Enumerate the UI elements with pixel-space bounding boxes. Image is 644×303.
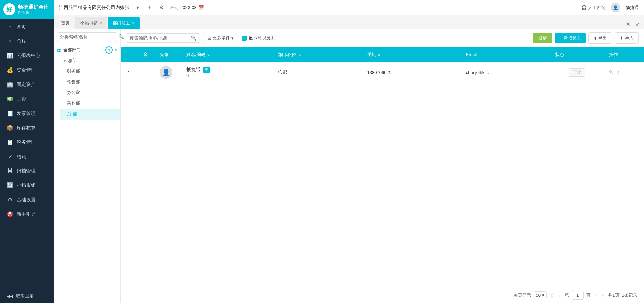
- logo-texts: 畅捷通好会计 旗舰版: [18, 4, 48, 15]
- cell-email: chanjethkj...: [461, 62, 550, 83]
- sidebar-item-home[interactable]: ⌂ 首页: [0, 20, 54, 34]
- import-label: 导入: [625, 35, 634, 41]
- dept-panel: 🔍 ▦ 全部部门 ✎ « ▾ 总部 财务部 销售部: [54, 29, 121, 303]
- sidebar-item-asset[interactable]: 🏢 固定资产: [0, 77, 54, 92]
- logout-button[interactable]: ⎋: [617, 70, 620, 75]
- import-button[interactable]: ⬇ 导入: [615, 32, 639, 44]
- tab-dept-close[interactable]: ×: [132, 21, 135, 26]
- col-dept[interactable]: 部门/职位 ⇅: [272, 47, 362, 62]
- sidebar-item-settings[interactable]: ⚙ 基础设置: [0, 192, 54, 207]
- export-button[interactable]: ⬆ 导出: [588, 32, 612, 44]
- cell-phone: 13807060 2...: [362, 62, 461, 83]
- next-page-button[interactable]: ›: [593, 292, 598, 299]
- chevron-down-icon: ▾: [231, 36, 234, 41]
- employee-table-container: ⚙ 头像 姓名/编码 ⇅ 部门/职位 ⇅: [121, 47, 644, 287]
- tab-dept[interactable]: 部门员工 ×: [108, 17, 140, 29]
- first-page-button[interactable]: ⟪: [549, 292, 555, 299]
- tab-home[interactable]: 首页: [56, 17, 74, 29]
- sidebar-item-settle[interactable]: ✓ 结账: [0, 149, 54, 164]
- dept-office-label: 办公室: [67, 90, 80, 95]
- username: 畅捷通: [626, 5, 639, 11]
- content-area: 🔍 ▦ 全部部门 ✎ « ▾ 总部 财务部 销售部: [54, 29, 644, 303]
- dept-parent-label: 总部: [68, 58, 77, 64]
- sidebar-item-guide[interactable]: 🎯 新手引导: [0, 207, 54, 221]
- cell-settings: [138, 62, 154, 83]
- dept-edit-badge[interactable]: ✎: [105, 46, 113, 54]
- col-settings[interactable]: ⚙: [138, 47, 154, 62]
- home-icon: ⌂: [7, 24, 13, 30]
- export-label: 导出: [598, 35, 607, 41]
- logo-area: 好 畅捷通好会计 旗舰版: [0, 0, 54, 19]
- prev-page-button[interactable]: ‹: [557, 292, 562, 299]
- last-page-button[interactable]: ⟫: [600, 292, 605, 299]
- expand-icon: ▾: [64, 58, 66, 63]
- cancel-fix-button[interactable]: ◀◀ 取消固定: [0, 289, 54, 303]
- employee-panel: 🔍 ⊟ 更多条件 ▾ ✓ 显示离职员工 邀请 + 新增员工: [121, 29, 644, 303]
- sidebar-item-ledger[interactable]: ≡ 总账: [0, 34, 54, 48]
- col-seq: [121, 47, 138, 62]
- sidebar-item-label: 发票管理: [17, 111, 36, 117]
- sidebar-item-fund[interactable]: 💰 资金管理: [0, 63, 54, 77]
- all-dept-header[interactable]: ▦ 全部部门 ✎ «: [54, 44, 120, 56]
- dept-item-office[interactable]: 办公室: [60, 87, 120, 98]
- sidebar-item-tax[interactable]: 📋 税务管理: [0, 135, 54, 149]
- grid-icon: ▦: [57, 47, 61, 53]
- pagination: 每页显示 50 ▾ ⟪ ‹ 第 页 › ⟫ 共1页, 1条记录: [121, 287, 644, 303]
- employee-avatar: 👤: [160, 66, 172, 79]
- dept-tree: ▾ 总部 财务部 销售部 办公室 采购部 总 部: [54, 56, 120, 120]
- sidebar: 好 畅捷通好会计 旗舰版 ⌂ 首页 ≡ 总账 📊 云报表中心 💰 资金管理 🏢 …: [0, 0, 54, 303]
- page-number-input[interactable]: [572, 291, 584, 300]
- employee-table: ⚙ 头像 姓名/编码 ⇅ 部门/职位 ⇅: [121, 47, 644, 83]
- sidebar-item-label: 库存核算: [17, 125, 36, 131]
- sidebar-item-archive[interactable]: 🗄 归档管理: [0, 164, 54, 178]
- show-resigned-toggle[interactable]: ✓ 显示离职员工: [241, 35, 275, 41]
- topbar-settings-button[interactable]: ⚙: [158, 4, 166, 12]
- fullscreen-button[interactable]: ⤢: [634, 19, 641, 29]
- col-name[interactable]: 姓名/编码 ⇅: [181, 47, 272, 62]
- invite-button[interactable]: 邀请: [533, 33, 552, 43]
- dept-search-box[interactable]: 🔍: [57, 32, 117, 41]
- sidebar-item-payroll[interactable]: 💵 工资: [0, 92, 54, 106]
- tab-home-label: 首页: [61, 20, 70, 26]
- cell-dept: 总 部: [272, 62, 362, 83]
- calendar-icon[interactable]: 📅: [199, 5, 204, 10]
- page-size-select[interactable]: 50 ▾: [534, 291, 547, 299]
- add-employee-button[interactable]: + 新增员工: [555, 33, 586, 43]
- sidebar-nav: ⌂ 首页 ≡ 总账 📊 云报表中心 💰 资金管理 🏢 固定资产 💵 工资 🧾 发…: [0, 19, 54, 289]
- tabs-bar: 首页 小畅报销 × 部门员工 × ✕ ⤢: [54, 15, 644, 29]
- close-tab-button[interactable]: ✕: [625, 19, 632, 29]
- sidebar-item-inventory[interactable]: 📦 库存核算: [0, 121, 54, 135]
- company-dropdown-button[interactable]: ▾: [133, 4, 142, 12]
- tab-expense[interactable]: 小畅报销 ×: [75, 17, 107, 29]
- sidebar-item-expense[interactable]: 🔄 小畅报销: [0, 178, 54, 192]
- dept-search-input[interactable]: [60, 34, 116, 39]
- show-resigned-label: 显示离职员工: [249, 35, 275, 41]
- pin-icon: ◀◀: [7, 294, 13, 299]
- add-company-button[interactable]: +: [146, 4, 154, 12]
- tab-expense-close[interactable]: ×: [100, 21, 102, 26]
- gear-icon: ⚙: [143, 52, 148, 57]
- edit-button[interactable]: ✎: [609, 69, 613, 75]
- filter-button[interactable]: ⊟ 更多条件 ▾: [204, 33, 237, 43]
- employee-search-icon[interactable]: 🔍: [191, 35, 196, 41]
- settings-icon: ⚙: [7, 197, 13, 203]
- dept-item-general[interactable]: 总 部: [60, 109, 120, 120]
- sidebar-item-report[interactable]: 📊 云报表中心: [0, 48, 54, 63]
- page-unit: 页: [586, 292, 591, 298]
- support-button[interactable]: 🎧 人工咨询: [581, 5, 605, 11]
- dept-parent-general[interactable]: ▾ 总部: [60, 56, 120, 66]
- tab-expense-label: 小畅报销: [80, 20, 98, 26]
- resigned-checkbox[interactable]: ✓: [241, 36, 247, 41]
- period-value: 2023-03: [180, 5, 197, 10]
- dept-item-sales[interactable]: 销售部: [60, 77, 120, 87]
- col-phone[interactable]: 手机 ⇅: [362, 47, 461, 62]
- logo-sub: 旗舰版: [18, 10, 48, 15]
- collapse-button[interactable]: «: [115, 48, 117, 52]
- employee-name: 畅捷通: [186, 67, 201, 73]
- employee-search-input[interactable]: [130, 36, 189, 41]
- employee-search-box[interactable]: 🔍: [126, 33, 200, 43]
- dept-item-purchase[interactable]: 采购部: [60, 98, 120, 109]
- sidebar-item-invoice[interactable]: 🧾 发票管理: [0, 106, 54, 121]
- dept-item-finance[interactable]: 财务部: [60, 66, 120, 77]
- sort-dept-icon: ⇅: [298, 53, 301, 57]
